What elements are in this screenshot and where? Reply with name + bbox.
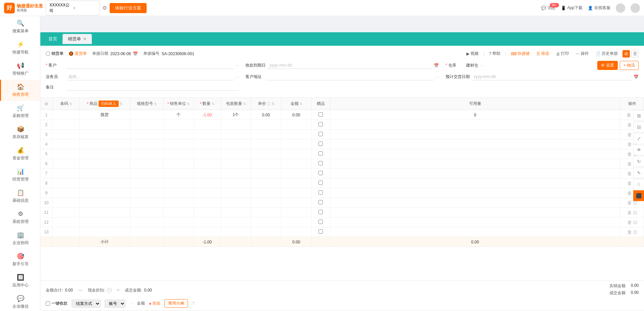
row-barcode[interactable] [52,110,79,120]
delivery-calendar[interactable]: 📅 [634,75,639,79]
float-btn-orange[interactable]: ⬛ [633,190,644,201]
toolbar-shortcut[interactable]: ⌨ 快捷键 [509,50,532,57]
sidebar-item-search[interactable]: 🔍 搜索菜单 [0,16,40,37]
tab-salesorder[interactable]: 销货单 ✕ [63,34,92,44]
delete-icon[interactable]: 🗑 [627,220,632,225]
row-unit-price[interactable]: 0.00 [251,110,281,120]
salesperson-dots[interactable]: ··· [235,75,239,79]
toolbar-filter[interactable]: ☰ 筛选 [534,50,551,57]
tab-close-icon[interactable]: ✕ [83,37,86,41]
add-payment-btn[interactable]: ● 添加 [149,301,160,306]
sidebar-item-appcenter[interactable]: 🔲 应用中心 [0,270,40,291]
row-pkg-qty[interactable]: 1个 [221,110,251,120]
sidebar-item-marketing[interactable]: 📢 营销推广 [0,59,40,80]
float-btn-1[interactable]: ⊞ [633,110,644,121]
online-service-btn[interactable]: 👤 在线客服 [588,5,610,11]
fee-question-icon[interactable]: ? [192,301,194,306]
payment-due-input[interactable] [268,62,431,69]
salesperson-input[interactable] [66,73,233,80]
float-btn-6[interactable]: ✎ [633,167,644,178]
copy-icon[interactable]: ⊡ [633,229,637,235]
payment-account-select[interactable]: 账号 [105,300,125,308]
delete-icon[interactable]: 🗑 [627,181,632,186]
float-btn-5[interactable]: ↻ [633,156,644,167]
delete-icon[interactable]: 🗑 [627,112,631,118]
sidebar-item-quicknav[interactable]: ⚡ 快捷导航 [0,37,40,59]
fee-split-btn[interactable]: 费用分摊 [164,299,188,308]
product-sort[interactable]: ⇅ [120,102,122,106]
calendar-icon[interactable]: 📅 [133,51,138,56]
delete-icon[interactable]: 🗑 [627,210,632,215]
customer-address-input[interactable] [266,73,433,80]
delete-icon[interactable]: 🗑 [627,151,632,157]
row-amount[interactable]: 0.00 [281,110,311,120]
payment-method-select[interactable]: 结算方式 [72,300,101,308]
scan-barcode-btn[interactable]: 扫码录入 [99,101,119,107]
sidebar-item-inventory[interactable]: 📦 库存核算 [0,122,40,143]
sidebar-item-sales[interactable]: 🏠 销售管理 [0,80,40,101]
delivery-date-input[interactable] [472,73,632,80]
address-dots[interactable]: ··· [435,75,439,79]
warehouse-dots[interactable]: ··· [480,63,484,68]
sidebar-item-purchase[interactable]: 🛒 采购管理 [0,101,40,122]
sidebar-item-newbie[interactable]: 🎯 新手引导 [0,249,40,270]
delete-icon[interactable]: 🗑 [627,142,632,147]
float-btn-3[interactable]: ⤢ [633,133,644,144]
price-info-icon[interactable]: ⓘ [267,101,271,106]
row-quantity[interactable]: -1.00 [194,110,221,120]
float-btn-2[interactable]: ⊟ [633,122,644,132]
logistics-btn[interactable]: + 物流 [620,61,639,70]
float-btn-7[interactable]: ☆ [633,179,644,190]
avatar2[interactable] [631,3,640,13]
customer-input[interactable] [66,62,233,69]
delete-icon[interactable]: 🗑 [627,200,632,205]
tab-home[interactable]: 首页 [43,34,63,44]
basic-icon: 📋 [17,189,24,196]
sidebar-item-wxwork[interactable]: 💬 企业微信 [0,291,40,311]
radio-salesorder[interactable]: 销货单 [46,51,64,56]
barcode-sort[interactable]: ⇅ [69,102,72,106]
customer-dots[interactable]: ··· [235,63,239,68]
app-download-btn[interactable]: 📱 App下载 [561,5,582,11]
th-config[interactable]: ⚙ [40,98,52,110]
avatar[interactable] [616,3,625,13]
sidebar-item-operations[interactable]: 📊 经营管理 [0,164,40,186]
list-view-btn[interactable]: ☰ [631,50,639,57]
float-btn-4[interactable]: 👁 [633,145,644,155]
row-gift[interactable] [311,110,330,120]
delete-icon[interactable]: 🗑 [627,122,632,127]
delete-icon[interactable]: 🗑 [627,171,632,176]
row-product[interactable]: 拣货 [79,110,130,120]
trial-button[interactable]: 体验行业方案 [110,3,147,13]
toolbar-print[interactable]: 🖨 打印 [554,50,571,57]
settings-icon[interactable]: ⚙ [102,5,107,11]
delete-icon[interactable]: 🗑 [627,229,632,235]
settings-btn[interactable]: ⚙ 设置 [597,61,617,70]
toolbar-action[interactable]: ⋯ 操作 [574,50,591,57]
one-click-checkbox[interactable] [46,301,50,306]
grid-view-btn[interactable]: ⊞ [622,50,630,57]
one-click-label[interactable]: 一键收款 [46,301,68,306]
radio-returnorder[interactable]: 退货单 [69,51,87,56]
delete-icon[interactable]: 🗑 [627,190,632,196]
discount-info[interactable]: ? [107,288,112,293]
copy-icon[interactable]: ⊡ [633,220,637,225]
sidebar-label-appcenter: 应用中心 [12,282,29,288]
sidebar-item-enterprise[interactable]: 🏢 企业协同 [0,228,40,249]
toolbar-help[interactable]: ? 帮助 [487,50,502,57]
payment-due-calendar[interactable]: 📅 [434,63,439,68]
remarks-input[interactable] [66,84,239,91]
toolbar-video[interactable]: ▶ 视频 [464,50,481,57]
delete-icon[interactable]: 🗑 [627,161,632,166]
sidebar-item-finance[interactable]: 💰 资金管理 [0,143,40,164]
message-btn[interactable]: 💬 消息 99+ [541,5,556,11]
payment-dots[interactable]: ··· [129,301,133,306]
row-spec[interactable] [130,110,163,120]
sidebar-item-basic[interactable]: 📋 基础信息 [0,186,40,207]
copy-icon[interactable]: ⊡ [633,210,637,215]
toolbar-history[interactable]: 📄 历史单据 [594,50,620,57]
sidebar-item-system[interactable]: ⚙ 系统管理 [0,207,40,228]
company-selector[interactable]: XXXXXX公司 ▾ [46,1,100,15]
delete-icon[interactable]: 🗑 [627,132,632,137]
row-unit[interactable]: 个 [163,110,194,120]
